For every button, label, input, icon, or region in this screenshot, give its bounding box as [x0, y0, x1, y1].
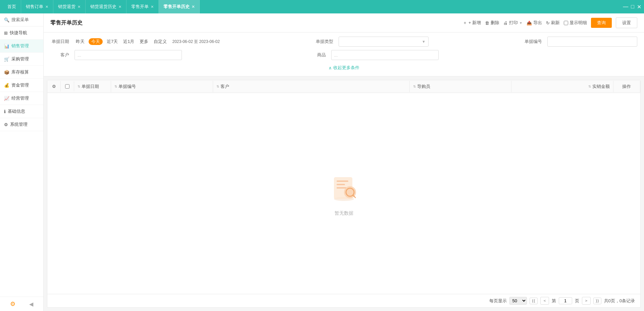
collapse-link[interactable]: ∧ 收起更多条件 — [50, 63, 637, 72]
show-detail-checkbox[interactable] — [564, 21, 568, 25]
tab-retail-history-close[interactable]: ✕ — [192, 5, 195, 9]
sort-icon-date[interactable]: ⇅ — [78, 85, 80, 88]
chevron-up-icon: ∧ — [329, 65, 332, 70]
customer-input[interactable]: ... — [75, 50, 182, 60]
date-custom[interactable]: 自定义 — [152, 38, 168, 45]
refresh-label: 刷新 — [551, 20, 560, 26]
tab-sales-order-label: 销售订单 — [26, 4, 43, 10]
empty-illustration — [327, 170, 361, 205]
th-action: 操作 — [613, 81, 640, 92]
sidebar-item-operations[interactable]: 📈 经营管理 — [0, 92, 43, 105]
export-icon: 📤 — [527, 20, 532, 25]
sidebar-item-purchase-mgmt[interactable]: 🛒 采购管理 — [0, 53, 43, 66]
page-input[interactable] — [559, 297, 572, 304]
sidebar-item-basic-info[interactable]: ℹ 基础信息 — [0, 105, 43, 118]
th-checkbox[interactable] — [61, 82, 74, 91]
inventory-icon: 📦 — [4, 70, 9, 75]
close-icon[interactable]: ✕ — [637, 4, 641, 10]
order-type-dropdown-icon: ▼ — [422, 40, 426, 44]
content-area: 零售开单历史 ＋ + 新增 🗑 删除 🖨 打印 ▼ 📤 导出 — [44, 13, 644, 311]
order-type-select[interactable]: ▼ — [339, 37, 429, 47]
tab-sales-return-history[interactable]: 销货退货历史 ✕ — [86, 0, 127, 13]
sidebar-item-finance[interactable]: 💰 资金管理 — [0, 79, 43, 92]
date-today[interactable]: 今天 — [89, 38, 103, 45]
product-placeholder: ... — [334, 53, 338, 58]
sort-icon-customer[interactable]: ⇅ — [216, 85, 219, 88]
date-7days[interactable]: 近7天 — [105, 38, 119, 45]
sidebar-item-inventory[interactable]: 📦 库存核算 — [0, 66, 43, 79]
show-detail-checkbox-label[interactable]: 显示明细 — [564, 20, 587, 26]
tab-retail-history[interactable]: 零售开单历史 ✕ — [159, 0, 200, 13]
export-button[interactable]: 📤 导出 — [527, 20, 542, 26]
th-order-no: ⇅ 单据编号 — [111, 81, 213, 92]
sidebar: 🔍 搜索采单 ⊞ 快捷导航 📊 销售管理 🛒 采购管理 📦 库存核算 💰 资金管… — [0, 13, 44, 311]
sort-icon-amount[interactable]: ⇅ — [588, 85, 591, 88]
add-label: + 新增 — [468, 20, 481, 26]
tab-sales-order-close[interactable]: ✕ — [45, 5, 48, 9]
refresh-icon: ↻ — [546, 20, 550, 25]
tab-retail-history-label: 零售开单历史 — [163, 4, 190, 10]
filter-row-2: 客户 ... 商品 ... — [50, 50, 637, 60]
tab-sales-return-close[interactable]: ✕ — [78, 5, 81, 9]
sidebar-item-finance-label: 资金管理 — [11, 82, 29, 88]
collapse-sidebar-icon[interactable]: ◀ — [29, 301, 33, 307]
sidebar-item-sales-mgmt[interactable]: 📊 销售管理 — [0, 40, 43, 53]
sidebar-item-quick-nav[interactable]: ⊞ 快捷导航 — [0, 27, 43, 40]
next-page-button[interactable]: ＞ — [582, 297, 591, 305]
settings-bottom-icon[interactable]: ⚙ — [10, 300, 15, 308]
date-1month[interactable]: 近1月 — [122, 38, 136, 45]
order-no-input[interactable] — [547, 37, 637, 47]
date-yesterday[interactable]: 昨天 — [75, 38, 86, 45]
refresh-button[interactable]: ↻ 刷新 — [546, 20, 560, 26]
th-amount: ⇅ 实销金额 — [511, 81, 613, 92]
tab-home[interactable]: 首页 — [3, 0, 21, 13]
sidebar-item-sys-mgmt[interactable]: ⚙ 系统管理 — [0, 118, 43, 131]
search-icon: 🔍 — [4, 17, 9, 22]
th-guide-label: 导购员 — [417, 84, 430, 90]
th-amount-label: 实销金额 — [592, 84, 610, 90]
quick-nav-icon: ⊞ — [4, 31, 8, 36]
table-area: ⚙ ⇅ 单据日期 ⇅ 单据编号 ⇅ 客户 ⇅ — [47, 80, 641, 308]
settings-button[interactable]: 设置 — [616, 17, 637, 28]
tab-sales-return[interactable]: 销货退货 ✕ — [53, 0, 86, 13]
svg-rect-3 — [337, 184, 345, 185]
purchase-mgmt-icon: 🛒 — [4, 57, 9, 62]
print-button[interactable]: 🖨 打印 ▼ — [503, 20, 523, 26]
date-more[interactable]: 更多 — [138, 38, 150, 45]
sort-icon-order[interactable]: ⇅ — [114, 85, 117, 88]
delete-icon: 🗑 — [485, 20, 489, 25]
tab-sales-return-history-close[interactable]: ✕ — [118, 5, 121, 9]
table-settings-icon[interactable]: ⚙ — [52, 84, 56, 89]
svg-rect-2 — [337, 180, 348, 182]
sidebar-search-label: 搜索采单 — [11, 17, 29, 23]
date-filter-label: 单据日期 — [50, 39, 69, 45]
sidebar-item-basic-info-label: 基础信息 — [8, 108, 25, 114]
add-button[interactable]: ＋ + 新增 — [463, 20, 481, 26]
page-suffix: 页 — [575, 298, 579, 304]
sort-icon-guide[interactable]: ⇅ — [413, 85, 416, 88]
th-date-label: 单据日期 — [82, 84, 99, 90]
filter-row-1: 单据日期 昨天 今天 近7天 近1月 更多 自定义 2023-06-02 至 2… — [50, 37, 637, 47]
customer-placeholder: ... — [78, 53, 81, 58]
query-button[interactable]: 查询 — [591, 18, 612, 28]
show-detail-label: 显示明细 — [569, 20, 587, 26]
tab-retail-open-close[interactable]: ✕ — [151, 5, 154, 9]
sales-mgmt-icon: 📊 — [4, 44, 9, 49]
product-input[interactable]: ... — [331, 50, 439, 60]
first-page-button[interactable]: ⟨⟨ — [530, 298, 538, 304]
tab-sales-order[interactable]: 销售订单 ✕ — [21, 0, 53, 13]
pagination: 每页显示 50 10 20 100 ⟨⟨ ＜ 第 页 ＞ ⟩⟩ 共0页，0条记录 — [47, 294, 640, 307]
prev-page-button[interactable]: ＜ — [540, 297, 549, 305]
tab-retail-open[interactable]: 零售开单 ✕ — [127, 0, 159, 13]
sidebar-search[interactable]: 🔍 搜索采单 — [0, 13, 43, 27]
delete-button[interactable]: 🗑 删除 — [485, 20, 499, 26]
th-date: ⇅ 单据日期 — [74, 81, 111, 92]
sidebar-item-inventory-label: 库存核算 — [11, 69, 29, 75]
per-page-select[interactable]: 50 10 20 100 — [509, 297, 527, 305]
last-page-button[interactable]: ⟩⟩ — [593, 298, 601, 304]
maximize-icon[interactable]: □ — [631, 4, 634, 10]
select-all-checkbox[interactable] — [65, 84, 69, 89]
minimize-icon[interactable]: — — [623, 4, 628, 10]
th-settings[interactable]: ⚙ — [47, 81, 61, 92]
sidebar-item-sales-mgmt-label: 销售管理 — [11, 43, 29, 49]
